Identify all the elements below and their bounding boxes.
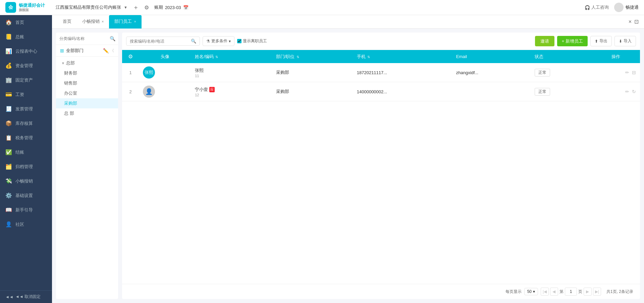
funds-icon: 💰 <box>5 62 12 69</box>
tab-expense[interactable]: 小畅报销 × <box>77 15 109 29</box>
sidebar-item-funds[interactable]: 💰 资金管理 <box>0 58 52 73</box>
sidebar-item-tax[interactable]: 📋 税务管理 <box>0 131 52 145</box>
name-sort-icon[interactable]: ⇅ <box>215 55 218 59</box>
period-selector[interactable]: 账期 2023-03 📅 <box>154 4 189 10</box>
logo-sub: 旗舰版 <box>19 8 45 12</box>
employee-table: ⚙ 头像 姓名/编码 ⇅ 部门/职位 ⇅ 手机 ⇅ Email 状态 操作 <box>122 50 640 101</box>
sidebar-item-home[interactable]: 🏠 首页 <box>0 15 52 30</box>
invite-button[interactable]: 邀请 <box>535 36 554 46</box>
phone-sort-icon[interactable]: ⇅ <box>367 55 370 59</box>
show-resigned-label: 显示离职员工 <box>243 38 267 44</box>
dept-sort-icon[interactable]: ⇅ <box>297 55 299 59</box>
settings-icon[interactable]: ⚙ <box>144 4 149 11</box>
export-icon: ⬆ <box>595 39 598 44</box>
sidebar-item-guide[interactable]: 📖 新手引导 <box>0 203 52 217</box>
name-column-header[interactable]: 姓名/编码 ⇅ <box>191 50 272 63</box>
page-suffix-label: 页 <box>578 289 582 295</box>
expand-window-icon[interactable]: ⊡ <box>634 18 639 25</box>
unpin-sidebar-button[interactable]: ◄◄ ◄◄ 取消固定 <box>0 290 52 303</box>
dept-node-general[interactable]: ▼ 总部 <box>56 58 118 68</box>
add-tab-icon[interactable]: ＋ <box>133 3 139 11</box>
tab-expense-close[interactable]: × <box>102 19 104 23</box>
name-cell-1: 张熙 11 <box>191 63 272 82</box>
column-settings-icon[interactable]: ⚙ <box>128 54 133 59</box>
table-header: ⚙ 头像 姓名/编码 ⇅ 部门/职位 ⇅ 手机 ⇅ Email 状态 操作 <box>122 50 640 63</box>
close-window-icon[interactable]: × <box>629 19 632 25</box>
show-resigned-toggle[interactable]: 显示离职员工 <box>237 38 267 44</box>
dept-column-header[interactable]: 部门/职位 ⇅ <box>272 50 353 63</box>
dept-node-purchase[interactable]: 采购部 <box>56 98 118 108</box>
dept-search-icon[interactable]: 🔍 <box>110 36 115 41</box>
tab-dept[interactable]: 部门员工 × <box>109 15 141 29</box>
delete-employee-icon-1[interactable]: ⊟ <box>632 70 636 75</box>
status-badge-1: 正常 <box>535 69 550 77</box>
tab-dept-close[interactable]: × <box>134 19 136 23</box>
sidebar-item-salary[interactable]: 💳 工资 <box>0 87 52 102</box>
sidebar-label-salary: 工资 <box>15 92 24 98</box>
sidebar-item-inventory[interactable]: 📦 库存核算 <box>0 116 52 131</box>
show-resigned-checkbox[interactable] <box>237 39 241 43</box>
dept-header-actions: ✏️ 《 <box>103 48 114 54</box>
more-icon: 👤 <box>5 221 12 228</box>
dept-node-office[interactable]: 办公室 <box>56 88 118 98</box>
first-page-button[interactable]: |◀ <box>541 288 549 296</box>
table-row: 2 👤 宁小壹 <box>122 82 640 101</box>
import-button[interactable]: ⬇ 导入 <box>614 36 636 46</box>
user-menu[interactable]: 畅捷通 <box>614 3 639 12</box>
all-dept-label: 全部部门 <box>66 48 84 54</box>
ying-tag-2: 应 <box>209 87 215 92</box>
service-button[interactable]: 🎧 人工咨询 <box>585 4 609 10</box>
company-selector[interactable]: 江西服宝精品有限责任公司内账张 ▼ <box>56 4 127 10</box>
filter-icon: ⚗ <box>206 39 210 44</box>
next-page-button[interactable]: ▶ <box>584 288 592 296</box>
sidebar-item-settings[interactable]: ⚙️ 基础设置 <box>0 188 52 203</box>
action-btns-2: ✏ ↻ <box>595 89 636 94</box>
action-btns-1: ✏ ⊟ <box>595 70 636 75</box>
dept-search-input[interactable] <box>59 36 110 41</box>
sidebar-item-reports[interactable]: 📊 云报表中心 <box>0 44 52 58</box>
sidebar-item-assets[interactable]: 🏢 固定资产 <box>0 73 52 87</box>
calendar-icon[interactable]: 📅 <box>183 5 189 10</box>
sidebar: 🏠 首页 📒 总账 📊 云报表中心 💰 资金管理 🏢 固定资产 💳 工资 🧾 发… <box>0 15 52 303</box>
avatar-2: 👤 <box>143 86 155 98</box>
dept-node-sales[interactable]: 销售部 <box>56 78 118 88</box>
add-employee-button[interactable]: + 新增员工 <box>557 36 588 46</box>
unpin-label: ◄◄ 取消固定 <box>15 294 41 300</box>
content-area: 首页 小畅报销 × 部门员工 × × ⊡ 🔍 <box>52 15 644 303</box>
prev-page-button[interactable]: ◀ <box>550 288 558 296</box>
page-input[interactable] <box>565 288 577 296</box>
emp-search-input[interactable] <box>130 39 189 44</box>
emp-toolbar: 🔍 ⚗ 更多条件 ▾ 显示离职员工 邀请 + 新增员工 <box>122 33 640 50</box>
dept-node-general2[interactable]: 总 部 <box>56 108 118 118</box>
edit-employee-icon-1[interactable]: ✏ <box>625 70 629 75</box>
sidebar-item-invoice[interactable]: 🧾 发票管理 <box>0 102 52 116</box>
sidebar-item-more[interactable]: 👤 社区 <box>0 217 52 232</box>
grid-icon: ⊞ <box>60 48 64 53</box>
sidebar-item-close[interactable]: ✅ 结账 <box>0 145 52 159</box>
tab-home[interactable]: 首页 <box>57 15 77 29</box>
inventory-icon: 📦 <box>5 120 12 127</box>
company-dropdown-icon[interactable]: ▼ <box>124 5 127 9</box>
sidebar-label-more: 社区 <box>15 221 24 228</box>
collapse-dept-icon[interactable]: 《 <box>110 48 114 54</box>
sidebar-item-archive[interactable]: 🗂️ 归档管理 <box>0 159 52 174</box>
dept-search-area: 🔍 <box>56 33 118 45</box>
dept-tree: ▼ 总部 财务部 销售部 办公室 采购部 总 部 <box>56 57 118 299</box>
filter-button[interactable]: ⚗ 更多条件 ▾ <box>203 36 234 46</box>
refresh-employee-icon-2[interactable]: ↻ <box>632 89 636 94</box>
emp-search-icon[interactable]: 🔍 <box>191 39 196 44</box>
last-page-button[interactable]: ▶| <box>593 288 601 296</box>
edit-employee-icon-2[interactable]: ✏ <box>625 89 629 94</box>
settings-column-header[interactable]: ⚙ <box>122 50 139 63</box>
toolbar-right: 邀请 + 新增员工 ⬆ 导出 ⬇ 导入 <box>535 36 636 46</box>
header-right: 🎧 人工咨询 畅捷通 <box>585 3 639 12</box>
phone-column-header[interactable]: 手机 ⇅ <box>353 50 452 63</box>
sidebar-item-ledger[interactable]: 📒 总账 <box>0 30 52 44</box>
expense-icon: 💸 <box>5 178 12 184</box>
dept-node-finance[interactable]: 财务部 <box>56 68 118 78</box>
per-page-select[interactable]: 50 ▾ <box>524 288 538 295</box>
sidebar-item-expense[interactable]: 💸 小畅报销 <box>0 174 52 188</box>
edit-dept-icon[interactable]: ✏️ <box>103 48 109 54</box>
export-button[interactable]: ⬆ 导出 <box>590 36 612 46</box>
all-dept-header[interactable]: ⊞ 全部部门 ✏️ 《 <box>56 45 118 57</box>
